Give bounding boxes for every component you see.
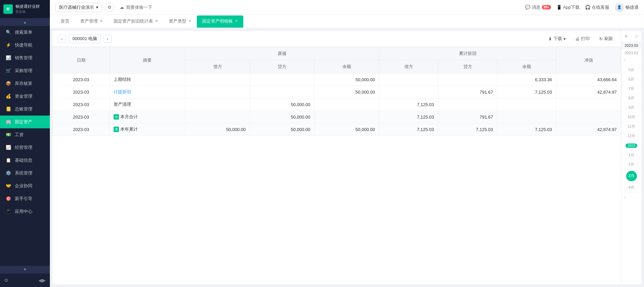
tab-home[interactable]: 首页 [55, 15, 75, 28]
cell-orig-debit: 50,000.00 [185, 123, 250, 136]
experience-button[interactable]: ☁ 我要体验一下 [117, 3, 155, 12]
header-right: 💬 消息 99+ 📱 App下载 🎧 在线客服 👤 畅捷通 [525, 3, 639, 12]
app-download-label: App下载 [563, 4, 580, 10]
refresh-button[interactable]: ↻ 刷新 [596, 34, 616, 43]
sidebar-item-quick-nav[interactable]: ⚡ 快捷导航 [0, 39, 50, 52]
service-icon: 🎧 [585, 5, 590, 10]
timeline-month-2[interactable]: 2月 [621, 160, 641, 169]
col-net-value: 净值 [556, 47, 621, 73]
close-icon[interactable]: ✕ [188, 19, 191, 23]
sidebar-item-label: 库存核算 [15, 81, 32, 87]
timeline-month-3-active[interactable]: 3月 [626, 171, 637, 182]
sidebar-item-app-center[interactable]: 📱 应用中心 [0, 205, 50, 218]
sidebar-item-guide[interactable]: 🎯 新手引导 [0, 192, 50, 205]
sidebar-item-fixed-assets[interactable]: 🏢 固定资产 [0, 116, 50, 128]
timeline-month-9[interactable]: 9月 [621, 103, 641, 113]
timeline-month-1[interactable]: 1月 [621, 151, 641, 160]
cell-accum-debit [379, 86, 438, 98]
download-button[interactable]: ⬇ 下载 ▾ [546, 34, 569, 43]
print-button[interactable]: 🖨 打印 [573, 34, 592, 43]
timeline-month-4[interactable]: 4月 [621, 183, 641, 192]
cell-accum-balance [497, 111, 556, 123]
close-icon[interactable]: ✕ [100, 19, 103, 23]
prev-asset-button[interactable]: ‹ [58, 35, 66, 43]
cell-orig-debit [185, 73, 250, 86]
sidebar-item-label: 新手引导 [15, 196, 32, 202]
sidebar-item-finance[interactable]: 💰 资金管理 [0, 90, 50, 103]
close-icon[interactable]: ✕ [155, 19, 158, 23]
timeline-expand-icon[interactable]: ⤢ [633, 33, 640, 40]
scroll-down-icon[interactable]: ⌄ [621, 192, 641, 200]
sidebar-item-system[interactable]: ⚙️ 系统管理 [0, 167, 50, 180]
close-icon[interactable]: ✕ [235, 19, 238, 23]
sidebar-scroll-down[interactable]: ▼ [0, 266, 50, 273]
customer-service-button[interactable]: 🎧 在线客服 [585, 4, 609, 10]
tab-label: 固定资产折旧统计表 [114, 18, 153, 24]
scroll-up-icon[interactable]: ⌃ [621, 57, 641, 65]
user-label: 畅捷通 [625, 4, 639, 10]
guide-icon: 🎯 [5, 196, 11, 202]
top-header: 医疗器械行业演示 ▾ ⚙ ☁ 我要体验一下 💬 消息 99+ 📱 App下载 🎧… [50, 0, 644, 15]
settings-bottom-icon[interactable]: ⚙ [3, 276, 10, 284]
sidebar-item-label: 企业协同 [15, 183, 32, 189]
tab-asset-type[interactable]: 资产类型 ✕ [163, 15, 197, 28]
sidebar-item-search[interactable]: 🔍 搜索菜单 [0, 26, 50, 39]
app-name: 畅捷通好业财 [16, 4, 40, 9]
timeline-month-6[interactable]: 6月 [621, 75, 641, 84]
cell-accum-balance: 6,333.36 [497, 73, 556, 86]
customer-service-label: 在线客服 [592, 4, 609, 10]
timeline-month-12[interactable]: 12月 [621, 131, 641, 141]
cell-orig-credit: 50,000.00 [250, 123, 314, 136]
user-button[interactable]: 👤 畅捷通 [615, 3, 639, 12]
quick-nav-icon: ⚡ [5, 42, 11, 48]
timeline-month-item[interactable]: 2023.03 [621, 49, 641, 57]
tab-depreciation-stats[interactable]: 固定资产折旧统计表 ✕ [108, 15, 163, 28]
sidebar-bottom: ⚙ ◀▶ [0, 273, 50, 287]
tab-asset-mgmt[interactable]: 资产管理 ✕ [75, 15, 108, 28]
timeline-month-8[interactable]: 8月 [621, 94, 641, 103]
sidebar-item-payroll[interactable]: 💵 工资 [0, 128, 50, 141]
purchase-icon: 🛒 [5, 68, 11, 74]
sidebar-item-label: 应用中心 [15, 209, 32, 215]
collapse-icon[interactable]: ◀▶ [37, 276, 47, 284]
settings-button[interactable]: ⚙ [105, 3, 114, 12]
summary-link[interactable]: 计提折旧 [114, 89, 131, 94]
company-selector[interactable]: 医疗器械行业演示 ▾ [55, 3, 102, 12]
cell-net-value [556, 111, 621, 123]
col-accum-credit: 贷方 [438, 60, 497, 73]
download-label: 下载 [553, 36, 562, 42]
timeline-close-icon[interactable]: ✕ [623, 33, 630, 40]
timeline-month-7[interactable]: 7月 [621, 84, 641, 94]
sidebar-item-purchase[interactable]: 🛒 采购管理 [0, 64, 50, 77]
sidebar-item-basic-info[interactable]: 📋 基础信息 [0, 154, 50, 167]
sidebar-item-ledger[interactable]: 📒 总账管理 [0, 103, 50, 116]
tab-label: 固定资产明细账 [202, 18, 233, 24]
subtotal-icon: 合 [114, 114, 119, 120]
timeline-month-5[interactable]: 5月 [621, 65, 641, 75]
timeline: 2023.03 2023.03 ⌃ 5月 6月 7月 8月 9月 10月 11月… [621, 42, 641, 284]
chevron-down-icon: ▾ [563, 36, 566, 41]
cell-date: 2023-03 [53, 73, 110, 86]
sidebar-scroll-up[interactable]: ▲ [0, 19, 50, 26]
cell-orig-debit [185, 98, 250, 111]
sidebar-item-cooperation[interactable]: 🤝 企业协同 [0, 180, 50, 192]
app-download-button[interactable]: 📱 App下载 [556, 4, 580, 10]
sidebar-item-inventory[interactable]: 📦 库存核算 [0, 77, 50, 90]
timeline-month-10[interactable]: 10月 [621, 113, 641, 122]
timeline-month-11[interactable]: 11月 [621, 122, 641, 131]
tab-asset-detail[interactable]: 固定资产明细账 ✕ [197, 15, 243, 28]
sidebar-item-operations[interactable]: 📈 经营管理 [0, 141, 50, 154]
cell-orig-debit [185, 111, 250, 123]
sidebar-item-sales[interactable]: 📊 销售管理 [0, 52, 50, 64]
app-logo: 好 [3, 4, 13, 14]
message-badge: 99+ [542, 5, 551, 9]
cell-net-value: 42,874.97 [556, 123, 621, 136]
sidebar-item-label: 经营管理 [15, 145, 32, 151]
main-panel: ‹ 000001 电脑 › ⬇ 下载 ▾ 🖨 打印 ↻ [53, 31, 621, 284]
sidebar-item-label: 总账管理 [15, 106, 32, 112]
table-row: 2023-03 资产清理 50,000.00 7,125.03 [53, 98, 621, 111]
message-button[interactable]: 💬 消息 99+ [525, 4, 551, 10]
fixed-assets-icon: 🏢 [5, 119, 11, 125]
col-date: 日期 [53, 47, 110, 73]
next-asset-button[interactable]: › [103, 35, 112, 43]
